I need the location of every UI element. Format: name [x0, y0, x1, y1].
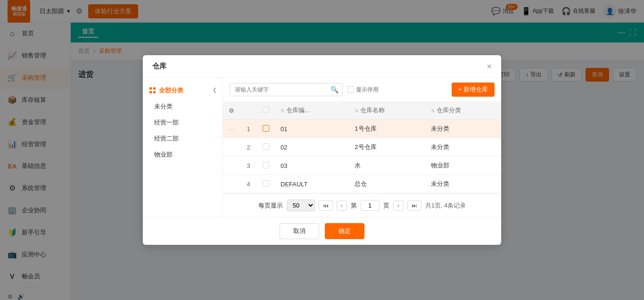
table-row[interactable]: 3 03 水 物业部	[223, 157, 501, 175]
page-number-input[interactable]	[361, 200, 380, 211]
modal-header: 仓库 ×	[143, 55, 501, 78]
row-actions-1	[223, 138, 240, 157]
category-item-0[interactable]: 未分类	[143, 99, 223, 115]
modal-overlay: 仓库 × 全部分类 《 未分类 经营一部 经营二部 物业部	[0, 0, 644, 300]
row-num-2: 3	[240, 157, 257, 175]
row-code-3: DEFAULT	[275, 175, 349, 193]
category-panel: 全部分类 《 未分类 经营一部 经营二部 物业部	[143, 78, 223, 217]
row-category-2: 物业部	[425, 157, 501, 175]
table-row[interactable]: ··· 1 01 1号仓库 未分类	[223, 120, 501, 138]
row-num-3: 4	[240, 175, 257, 193]
th-category: ⇅ 仓库分类	[425, 101, 501, 120]
row-name-1: 2号仓库	[349, 138, 425, 157]
th-code: ⇅ 仓库编...	[275, 101, 349, 120]
pagination: 每页显示 501020100 ⏮ ‹ 第 页 › ⏭ 共1页, 4条记录	[223, 193, 501, 217]
cancel-button[interactable]: 取消	[280, 223, 319, 239]
modal-footer: 取消 确定	[143, 217, 501, 245]
show-disabled-checkbox[interactable]	[347, 86, 354, 93]
table: ⚙ ⇅ 仓库编... ⇅ 仓库名称 ⇅ 仓库分类 ··· 1 01 1号仓库 未…	[223, 101, 501, 193]
warehouse-table: ⚙ ⇅ 仓库编... ⇅ 仓库名称 ⇅ 仓库分类 ··· 1 01 1号仓库 未…	[223, 101, 501, 193]
content-toolbar: 🔍 显示停用 + 新增仓库	[223, 78, 501, 101]
add-warehouse-button[interactable]: + 新增仓库	[452, 83, 495, 97]
row-checkbox-1[interactable]	[257, 138, 275, 157]
row-checkbox-2[interactable]	[257, 157, 275, 175]
row-checkbox-0[interactable]	[257, 120, 275, 138]
modal-title: 仓库	[152, 62, 166, 71]
row-name-0: 1号仓库	[349, 120, 425, 138]
table-header-row: ⚙ ⇅ 仓库编... ⇅ 仓库名称 ⇅ 仓库分类	[223, 101, 501, 120]
select-all-checkbox[interactable]	[263, 107, 269, 113]
row-actions-0: ···	[223, 120, 240, 138]
show-disabled-toggle[interactable]: 显示停用	[347, 86, 379, 94]
warehouse-modal: 仓库 × 全部分类 《 未分类 经营一部 经营二部 物业部	[143, 55, 501, 245]
th-name: ⇅ 仓库名称	[349, 101, 425, 120]
page-unit: 页	[383, 201, 389, 210]
category-all-label: 全部分类	[159, 86, 183, 95]
row-name-3: 总仓	[349, 175, 425, 193]
row-num-0: 1	[240, 120, 257, 138]
last-page-button[interactable]: ⏭	[407, 200, 421, 211]
per-page-select[interactable]: 501020100	[287, 200, 315, 211]
category-header[interactable]: 全部分类 《	[143, 83, 223, 99]
category-item-3[interactable]: 物业部	[143, 147, 223, 163]
confirm-button[interactable]: 确定	[325, 223, 364, 239]
row-actions-2	[223, 157, 240, 175]
row-checkbox-3[interactable]	[257, 175, 275, 193]
search-box: 🔍	[230, 83, 343, 96]
prev-page-button[interactable]: ‹	[337, 200, 347, 211]
row-code-0: 01	[275, 120, 349, 138]
modal-body: 全部分类 《 未分类 经营一部 经营二部 物业部 🔍	[143, 78, 501, 217]
grid-icon	[149, 87, 156, 94]
row-category-0: 未分类	[425, 120, 501, 138]
table-row[interactable]: 2 02 2号仓库 未分类	[223, 138, 501, 157]
row-code-1: 02	[275, 138, 349, 157]
category-collapse-icon[interactable]: 《	[210, 87, 216, 95]
th-num	[240, 101, 257, 120]
row-category-3: 未分类	[425, 175, 501, 193]
search-button[interactable]: 🔍	[327, 83, 342, 96]
row-code-2: 03	[275, 157, 349, 175]
row-name-2: 水	[349, 157, 425, 175]
page-total-info: 共1页, 4条记录	[425, 201, 466, 210]
content-panel: 🔍 显示停用 + 新增仓库 ⚙ ⇅ 仓库编... ⇅ 仓库名称 ⇅	[223, 78, 501, 217]
row-num-1: 2	[240, 138, 257, 157]
gear-icon: ⚙	[229, 107, 234, 114]
category-item-2[interactable]: 经营二部	[143, 131, 223, 147]
page-label: 第	[351, 201, 357, 210]
th-checkbox	[257, 101, 275, 120]
row-actions-3	[223, 175, 240, 193]
table-row[interactable]: 4 DEFAULT 总仓 未分类	[223, 175, 501, 193]
category-item-1[interactable]: 经营一部	[143, 115, 223, 131]
th-gear: ⚙	[223, 101, 240, 120]
next-page-button[interactable]: ›	[393, 200, 404, 211]
per-page-label: 每页显示	[258, 201, 283, 210]
row-category-1: 未分类	[425, 138, 501, 157]
search-input[interactable]	[230, 84, 327, 95]
first-page-button[interactable]: ⏮	[319, 200, 333, 211]
modal-close-button[interactable]: ×	[487, 62, 492, 71]
show-disabled-label: 显示停用	[356, 86, 379, 94]
